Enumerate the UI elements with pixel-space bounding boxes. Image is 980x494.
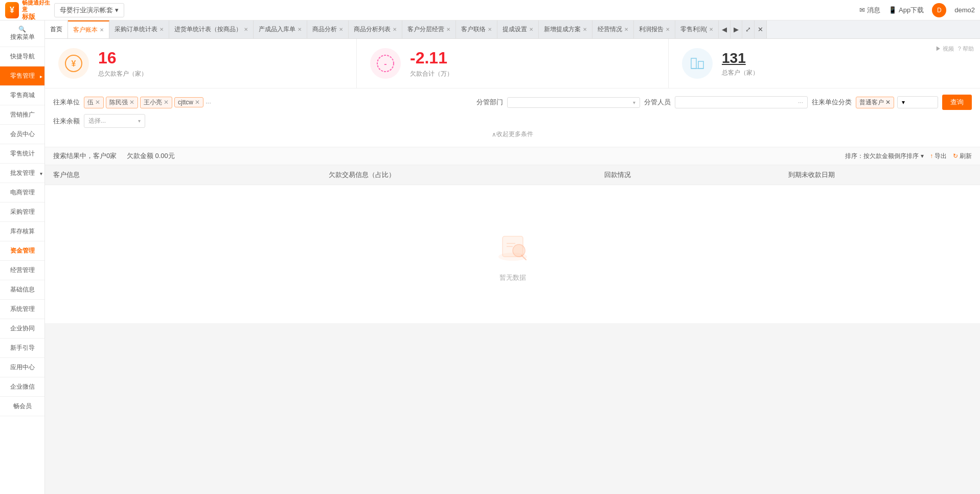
stat-label-clients: 总客户（家） xyxy=(722,69,759,77)
close-tab-icon[interactable]: ✕ xyxy=(446,27,450,32)
remainder-select[interactable]: 选择... ▾ xyxy=(84,114,145,128)
message-icon: ✉ xyxy=(859,6,865,14)
close-tab-icon[interactable]: ✕ xyxy=(583,27,587,32)
unit-tag-wang-label: 王小亮 xyxy=(144,98,162,107)
export-btn[interactable]: ↑ 导出 xyxy=(930,152,947,161)
sidebar-item-vip-member[interactable]: 畅会员 xyxy=(0,397,44,416)
close-tab-icon[interactable]: ✕ xyxy=(244,27,248,32)
user-avatar[interactable]: D xyxy=(932,3,946,17)
tab-profit-report[interactable]: 利润报告 ✕ xyxy=(634,20,675,38)
stat-help-area: ▶ 视频 ? 帮助 xyxy=(936,45,974,53)
sidebar-item-enterprise-coop[interactable]: 企业协同 xyxy=(0,319,44,339)
collapse-conditions-btn[interactable]: ∧ 收起更多条件 xyxy=(53,128,972,141)
unit-tag-more[interactable]: ··· xyxy=(206,99,211,106)
tab-prev-btn[interactable]: ◀ xyxy=(719,20,731,38)
sidebar-item-inventory[interactable]: 库存核算 xyxy=(0,222,44,241)
sidebar-item-retail-stats[interactable]: 零售统计 xyxy=(0,144,44,164)
tab-reminder-settings[interactable]: 提成设置 ✕ xyxy=(497,20,539,38)
manager-filter-label: 分管人员 xyxy=(644,98,671,107)
dept-dropdown-icon: ▾ xyxy=(633,100,635,105)
top-bar-left: ¥ 畅捷通好生意 标版 母婴行业演示帐套 ▾ xyxy=(5,0,124,20)
tab-production-in[interactable]: 产成品入库单 ✕ xyxy=(254,20,307,38)
close-tab-icon[interactable]: ✕ xyxy=(393,27,397,32)
sidebar-item-system[interactable]: 系统管理 xyxy=(0,300,44,319)
close-tab-icon[interactable]: ✕ xyxy=(100,27,104,33)
close-tab-icon[interactable]: ✕ xyxy=(159,27,164,32)
classify-tag-normal-remove[interactable]: ✕ xyxy=(885,99,891,106)
unit-tag-wu-label: 伍 xyxy=(87,98,94,107)
yuan-icon: ¥ xyxy=(64,54,83,73)
account-selector-label: 母婴行业演示帐套 xyxy=(60,6,113,15)
sidebar-item-capital[interactable]: 资金管理 xyxy=(0,241,44,261)
sidebar-item-wholesale-mgmt[interactable]: 批发管理 ▾ xyxy=(0,164,44,183)
main-layout: 🔍 搜索菜单 快捷导航 零售管理 ▸ 零售商城 营销推广 会员中心 零售统计 批… xyxy=(0,20,980,494)
account-selector[interactable]: 母婴行业演示帐套 ▾ xyxy=(54,3,124,17)
sidebar-item-enterprise-wechat[interactable]: 企业微信 xyxy=(0,377,44,397)
sidebar-item-member-center[interactable]: 会员中心 xyxy=(0,125,44,144)
page-content: ¥ 16 总欠款客户（家） - xyxy=(45,39,980,494)
tab-home-label: 首页 xyxy=(50,25,62,34)
close-tab-icon[interactable]: ✕ xyxy=(624,27,628,32)
tab-purchase-order[interactable]: 采购订单统计表 ✕ xyxy=(109,20,169,38)
tab-operations-status[interactable]: 经营情况 ✕ xyxy=(592,20,634,38)
refresh-btn[interactable]: ↻ 刷新 xyxy=(953,152,972,161)
stat-text-1: 16 总欠款客户（家） xyxy=(98,49,147,78)
tab-next-btn[interactable]: ▶ xyxy=(731,20,742,38)
dept-filter-label: 分管部门 xyxy=(476,98,503,107)
query-button[interactable]: 查询 xyxy=(942,95,972,110)
sidebar-item-retail-mgmt[interactable]: 零售管理 ▸ xyxy=(0,66,44,86)
svg-point-9 xyxy=(513,244,525,257)
app-download-btn[interactable]: 📱 App下载 xyxy=(888,6,924,15)
sidebar-item-basic-info[interactable]: 基础信息 xyxy=(0,280,44,300)
sidebar-item-app-center[interactable]: 应用中心 xyxy=(0,358,44,377)
manager-filter-select[interactable]: ··· xyxy=(675,96,808,108)
app-download-label: App下载 xyxy=(899,6,924,15)
unit-tag-wu: 伍 ✕ xyxy=(84,97,104,108)
unit-tag-chen-remove[interactable]: ✕ xyxy=(129,99,134,106)
tab-retail-profit[interactable]: 零售利润( ✕ xyxy=(675,20,719,38)
sidebar-item-marketing[interactable]: 营销推广 xyxy=(0,105,44,125)
video-help-btn[interactable]: ▶ 视频 xyxy=(936,45,954,53)
sidebar-item-ecommerce[interactable]: 电商管理 xyxy=(0,183,44,203)
sidebar-item-retail-shop[interactable]: 零售商城 xyxy=(0,86,44,105)
close-tab-icon[interactable]: ✕ xyxy=(339,27,343,32)
sidebar-item-new-guide[interactable]: 新手引导 xyxy=(0,339,44,358)
unit-tag-wang-remove[interactable]: ✕ xyxy=(164,99,169,106)
tab-customer-contact[interactable]: 客户联络 ✕ xyxy=(456,20,497,38)
tab-goods-analysis-list[interactable]: 商品分析列表 ✕ xyxy=(349,20,402,38)
tab-customer-capital[interactable]: 客户账本 ✕ xyxy=(68,20,109,38)
tab-close-all-btn[interactable]: ✕ xyxy=(755,20,767,38)
tab-purchase-stats[interactable]: 进货单统计表（按商品） ✕ xyxy=(169,20,254,38)
sidebar-item-purchase[interactable]: 采购管理 xyxy=(0,203,44,222)
unit-tag-cjttcw-remove[interactable]: ✕ xyxy=(195,99,200,106)
sidebar-capital-label: 资金管理 xyxy=(10,247,35,254)
tab-home[interactable]: 首页 xyxy=(45,20,68,38)
close-tab-icon[interactable]: ✕ xyxy=(666,27,670,32)
unit-tag-wu-remove[interactable]: ✕ xyxy=(95,99,100,106)
filter-area: 往来单位 伍 ✕ 陈民强 ✕ 王小亮 ✕ xyxy=(45,88,980,147)
help-btn[interactable]: ? 帮助 xyxy=(958,45,974,53)
sidebar-item-operations[interactable]: 经营管理 xyxy=(0,261,44,280)
stat-text-2: -2.11 欠款合计（万） xyxy=(410,49,453,78)
sidebar-item-search-menu[interactable]: 🔍 搜索菜单 xyxy=(0,20,44,47)
sidebar-item-quick-nav[interactable]: 快捷导航 xyxy=(0,47,44,66)
close-tab-icon[interactable]: ✕ xyxy=(709,27,713,32)
remainder-dropdown-icon: ▾ xyxy=(138,118,141,124)
tab-customer-segment[interactable]: 客户分层经营 ✕ xyxy=(402,20,456,38)
minus-icon: - xyxy=(376,54,395,73)
sidebar-purchase-label: 采购管理 xyxy=(10,208,35,215)
sort-select[interactable]: 排序：按欠款金额倒序排序 ▾ xyxy=(845,152,924,161)
svg-text:¥: ¥ xyxy=(72,59,76,68)
dept-filter-select[interactable]: ▾ xyxy=(507,97,640,108)
close-tab-icon[interactable]: ✕ xyxy=(529,27,533,32)
app-tagline: 畅捷通好生意 xyxy=(22,0,50,13)
filter-row-2: 往来余额 选择... ▾ xyxy=(53,114,972,128)
tab-goods-analysis[interactable]: 商品分析 ✕ xyxy=(307,20,349,38)
tab-new-reminder[interactable]: 新增提成方案 ✕ xyxy=(539,20,592,38)
message-btn[interactable]: ✉ 消息 xyxy=(859,6,880,15)
user-name[interactable]: demo2 xyxy=(954,6,975,14)
tab-expand-btn[interactable]: ⤢ xyxy=(742,20,755,38)
close-tab-icon[interactable]: ✕ xyxy=(298,27,302,32)
classify-dropdown[interactable]: ▾ xyxy=(897,96,938,108)
close-tab-icon[interactable]: ✕ xyxy=(488,27,492,32)
